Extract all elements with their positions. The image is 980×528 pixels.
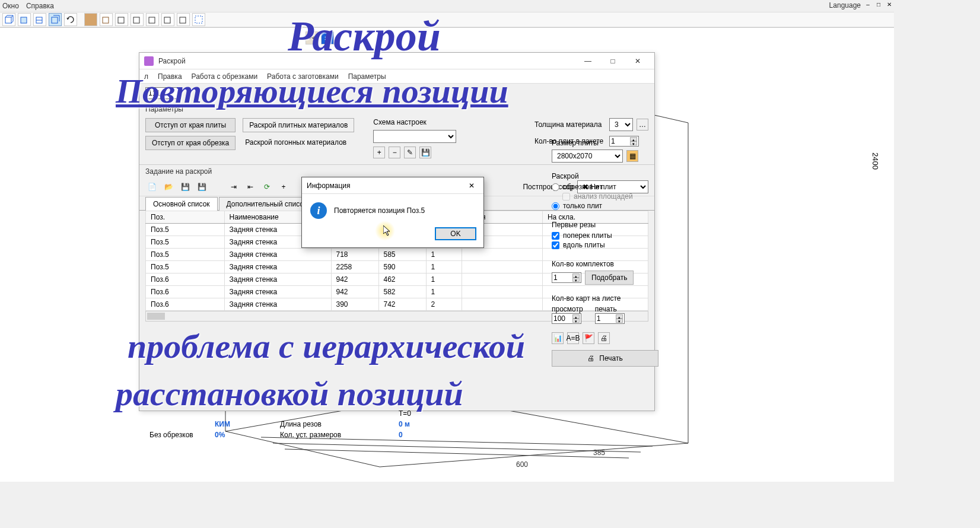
menu-file[interactable]: л: [144, 72, 148, 81]
wireframe-box-5-icon[interactable]: [161, 13, 174, 26]
radio-only-plate[interactable]: [552, 202, 559, 210]
schema-label: Схема настроек: [373, 118, 456, 126]
wireframe-box-4-icon[interactable]: [146, 13, 159, 26]
save-icon[interactable]: 💾: [179, 180, 192, 193]
texture-1-icon[interactable]: [84, 13, 97, 26]
platesize-edit-icon[interactable]: ▦: [626, 150, 638, 162]
label-icon[interactable]: A=B: [567, 332, 579, 344]
noscrap-label: Без обрезков: [149, 431, 203, 439]
export-icon[interactable]: ⇤: [244, 180, 257, 193]
select-frame-icon[interactable]: [192, 13, 205, 26]
wireframe-box-1-icon[interactable]: [100, 13, 113, 26]
menu-window[interactable]: Окно: [2, 2, 19, 10]
print-spinner[interactable]: ▴▾: [595, 313, 625, 324]
print-label: печать: [595, 305, 625, 313]
edge-plate-button[interactable]: Отступ от края плиты: [145, 118, 236, 132]
schema-select[interactable]: [373, 130, 456, 143]
thickness-more-icon[interactable]: …: [637, 119, 648, 131]
refresh-icon[interactable]: ⟳: [260, 180, 273, 193]
dialog-message: Повторяется позиция Поз.5: [334, 206, 425, 215]
info-dialog: Информация ✕ i Повторяется позиция Поз.5…: [301, 177, 484, 248]
undo-icon[interactable]: [64, 13, 77, 26]
view-label: просмотр: [552, 305, 583, 313]
edit-schema-icon[interactable]: ✎: [404, 147, 416, 158]
platesize-label: Размер плиты: [552, 139, 658, 147]
close-icon[interactable]: ✕: [886, 1, 893, 8]
edge-scrap-button[interactable]: Отступ от края обрезка: [145, 136, 236, 150]
col-pos[interactable]: Поз.: [146, 211, 225, 224]
dialog-title: Информация: [307, 182, 464, 190]
language-menu[interactable]: Language: [829, 1, 861, 9]
floating-toolbar: ✂ ⇄: [306, 31, 334, 44]
menu-blanks[interactable]: Работа с заготовками: [267, 72, 339, 81]
menu-edit[interactable]: Правка: [158, 72, 182, 81]
cube-tool-3-icon[interactable]: [33, 13, 46, 26]
cube-tool-4-icon[interactable]: [49, 13, 62, 26]
add-icon[interactable]: +: [277, 180, 290, 193]
view-spinner[interactable]: ▴▾: [552, 313, 581, 324]
thickness-label: Толщина материала: [534, 120, 606, 129]
cube-tool-1-icon[interactable]: [2, 13, 15, 26]
menu-params[interactable]: Параметры: [348, 72, 386, 81]
pick-button[interactable]: Подобрать: [585, 271, 634, 285]
flag-icon[interactable]: 🚩: [583, 332, 594, 344]
menu-scraps[interactable]: Работа с обрезками: [192, 72, 258, 81]
info-icon: i: [310, 202, 327, 219]
cut-plate-button[interactable]: Раскрой плитных материалов: [243, 118, 354, 132]
order-input[interactable]: [145, 87, 181, 99]
add-schema-icon[interactable]: +: [373, 147, 385, 158]
svg-rect-6: [21, 17, 27, 23]
scissors-icon[interactable]: ✂: [306, 31, 319, 44]
open-icon[interactable]: 📂: [162, 180, 175, 193]
tab-extra-list[interactable]: Дополнительный список: [219, 197, 315, 211]
remove-schema-icon[interactable]: −: [389, 147, 400, 158]
saveas-icon[interactable]: 💾: [195, 180, 208, 193]
dialog-ok-button[interactable]: OK: [435, 227, 476, 240]
dimension-vertical: 2400: [871, 152, 880, 170]
win-close-icon[interactable]: ✕: [626, 54, 650, 68]
radio-scrap-plate[interactable]: [552, 183, 559, 191]
platesize-select[interactable]: 2800x2070: [552, 150, 623, 163]
printer-icon[interactable]: 🖨: [598, 332, 610, 344]
thickness-select[interactable]: 3: [609, 118, 633, 131]
win-maximize-icon[interactable]: □: [601, 54, 625, 68]
kim-label: КИМ: [215, 420, 268, 428]
svg-rect-10: [103, 17, 109, 23]
sets-spinner[interactable]: ▴▾: [552, 272, 581, 283]
wireframe-box-6-icon[interactable]: [177, 13, 190, 26]
win-minimize-icon[interactable]: —: [576, 54, 600, 68]
dialog-close-icon[interactable]: ✕: [464, 182, 479, 190]
cards-label: Кол-во карт на листе: [552, 294, 658, 303]
main-toolbar: [0, 12, 894, 27]
minimize-icon[interactable]: –: [864, 1, 871, 8]
window-title: Раскрой: [158, 57, 576, 65]
chart-icon[interactable]: 📊: [552, 332, 564, 344]
svg-rect-16: [195, 16, 202, 23]
tab-main-list[interactable]: Основной список: [145, 197, 218, 211]
svg-rect-15: [180, 17, 186, 23]
import-icon[interactable]: ⇥: [227, 180, 240, 193]
chk-along[interactable]: [552, 241, 559, 249]
cube-tool-2-icon[interactable]: [18, 13, 31, 26]
menu-help[interactable]: Справка: [26, 2, 54, 10]
window-titlebar[interactable]: Раскрой — □ ✕: [139, 53, 654, 69]
svg-rect-13: [149, 17, 155, 23]
bottom-info-panel: T=0 КИМ Длина резов0 м Без обрезков 0% К…: [145, 405, 560, 476]
wireframe-box-2-icon[interactable]: [115, 13, 128, 26]
sets-label: Кол-во комплектов: [552, 260, 658, 268]
maximize-icon[interactable]: □: [875, 1, 882, 8]
new-icon[interactable]: 📄: [145, 180, 158, 193]
svg-rect-0: [5, 17, 11, 23]
svg-rect-9: [52, 17, 58, 23]
chk-across[interactable]: [552, 232, 559, 240]
print-side-panel: 📊 A=B 🚩 🖨 🖨 Печать: [552, 332, 658, 367]
save-schema-icon[interactable]: 💾: [419, 147, 431, 158]
wireframe-box-3-icon[interactable]: [131, 13, 144, 26]
app-menu: л Правка Работа с обрезками Работа с заг…: [139, 69, 654, 84]
params-label: Параметры: [145, 105, 654, 113]
swap-icon[interactable]: ⇄: [321, 31, 334, 44]
cut-linear-label[interactable]: Раскрой погонных материалов: [243, 136, 354, 149]
svg-rect-12: [133, 17, 139, 23]
print-button[interactable]: 🖨 Печать: [552, 350, 658, 367]
firstcuts-label: Первые резы: [552, 221, 658, 229]
